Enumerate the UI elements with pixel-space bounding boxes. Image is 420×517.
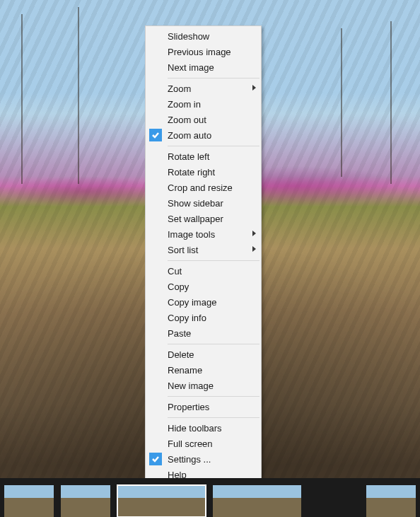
menu-item-rotate-left[interactable]: Rotate left [146,149,260,164]
menu-item-copy[interactable]: Copy [146,279,260,294]
menu-item-hide-toolbars[interactable]: Hide toolbars [146,420,260,436]
menu-item-label: New image [168,381,214,391]
menu-item-zoom-out[interactable]: Zoom out [146,112,260,127]
menu-item-full-screen[interactable]: Full screen [146,436,260,451]
menu-separator [168,344,259,344]
menu-item-label: Hide toolbars [168,423,222,434]
menu-item-label: Sort list [168,245,198,255]
menu-item-crop-resize[interactable]: Crop and resize [146,180,260,195]
menu-separator [168,260,259,261]
check-icon [149,453,162,465]
menu-item-label: Show sidebar [168,198,223,209]
menu-separator [168,396,259,397]
menu-item-label: Previous image [168,47,231,57]
menu-item-set-wallpaper[interactable]: Set wallpaper [146,211,260,226]
menu-item-zoom-auto[interactable]: Zoom auto [146,127,260,143]
thumbnail-strip [0,478,420,517]
menu-item-label: Full screen [168,438,213,449]
decor [390,21,392,184]
decor [341,28,342,177]
menu-separator [168,417,259,418]
menu-item-rotate-right[interactable]: Rotate right [146,164,260,180]
image-viewer: SlideshowPrevious imageNext imageZoomZoo… [0,0,420,517]
menu-item-label: Rename [168,365,202,376]
menu-item-label: Zoom [168,83,191,94]
menu-item-label: Crop and resize [168,182,233,193]
menu-item-label: Copy info [168,313,206,323]
context-menu: SlideshowPrevious imageNext imageZoomZoo… [145,25,262,506]
menu-item-label: Set wallpaper [168,214,223,224]
menu-item-label: Rotate left [168,151,209,162]
submenu-arrow-icon [252,85,256,91]
thumbnail[interactable] [61,485,110,517]
submenu-arrow-icon [252,246,256,252]
menu-item-label: Next image [168,62,214,73]
menu-item-zoom-in[interactable]: Zoom in [146,96,260,112]
menu-item-label: Copy image [168,297,216,308]
menu-item-properties[interactable]: Properties [146,399,260,414]
menu-item-delete[interactable]: Delete [146,347,260,362]
decor [78,7,79,184]
menu-item-prev-image[interactable]: Previous image [146,44,260,59]
menu-item-label: Copy [168,281,189,292]
menu-item-label: Settings ... [168,454,211,465]
menu-item-slideshow[interactable]: Slideshow [146,28,260,44]
menu-item-label: Properties [168,402,209,412]
menu-item-sort-list[interactable]: Sort list [146,242,260,257]
menu-item-next-image[interactable]: Next image [146,59,260,75]
menu-separator [168,78,259,79]
menu-item-label: Image tools [168,229,215,240]
thumbnail[interactable] [366,485,416,517]
menu-item-label: Slideshow [168,31,209,42]
menu-item-new-image[interactable]: New image [146,378,260,393]
menu-item-copy-image[interactable]: Copy image [146,294,260,310]
thumbnail-selected[interactable] [117,485,206,517]
menu-item-label: Zoom auto [168,130,211,141]
menu-item-label: Delete [168,349,194,360]
check-icon [149,129,162,141]
menu-item-show-sidebar[interactable]: Show sidebar [146,195,260,211]
menu-item-paste[interactable]: Paste [146,325,260,341]
menu-item-settings[interactable]: Settings ... [146,451,260,467]
decor [21,14,23,184]
thumbnail[interactable] [4,485,54,517]
menu-item-label: Zoom in [168,99,201,110]
menu-item-image-tools[interactable]: Image tools [146,226,260,242]
menu-item-rename[interactable]: Rename [146,362,260,378]
menu-item-label: Cut [168,266,182,277]
menu-item-zoom[interactable]: Zoom [146,81,260,96]
menu-item-label: Rotate right [168,167,215,178]
menu-item-label: Zoom out [168,115,206,125]
menu-item-cut[interactable]: Cut [146,263,260,279]
menu-separator [168,146,259,146]
submenu-arrow-icon [252,231,256,236]
menu-item-copy-info[interactable]: Copy info [146,310,260,325]
menu-item-label: Paste [168,328,191,339]
thumbnail[interactable] [213,485,301,517]
